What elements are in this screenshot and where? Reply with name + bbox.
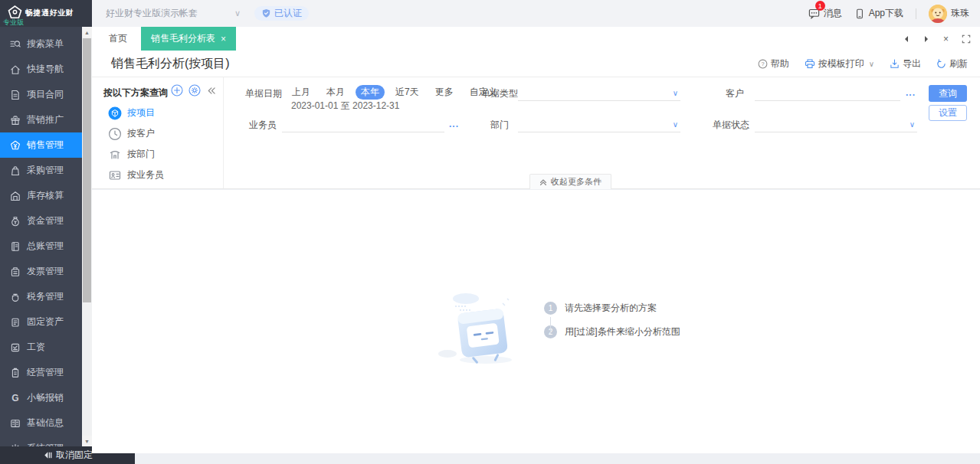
step-item: 2 用[过滤]条件来缩小分析范围 bbox=[544, 325, 680, 338]
doc-type-select[interactable]: ∨ bbox=[518, 85, 680, 101]
tab-sales-gross-profit[interactable]: 销售毛利分析表 × bbox=[141, 27, 236, 51]
export-label: 导出 bbox=[903, 57, 921, 70]
pill-last-7-days[interactable]: 近7天 bbox=[390, 85, 424, 100]
app-download-button[interactable]: App下载 bbox=[854, 7, 903, 20]
sidebar-item-purchase-management[interactable]: 采购管理 bbox=[0, 158, 82, 183]
department-select[interactable]: ∨ bbox=[518, 116, 680, 132]
cube-icon bbox=[108, 106, 122, 120]
scheme-item-label: 按业务员 bbox=[127, 168, 164, 181]
sidebar-item-quick-nav[interactable]: 快捷导航 bbox=[0, 57, 82, 82]
account-book-name: 好业财专业版演示帐套 bbox=[106, 7, 198, 20]
tab-scroll-right-icon[interactable] bbox=[917, 30, 935, 47]
sidebar-item-base-info[interactable]: 基础信息 bbox=[0, 410, 82, 436]
tab-scroll-left-icon[interactable] bbox=[897, 30, 915, 47]
scroll-up-icon[interactable]: ▲ bbox=[82, 27, 92, 38]
scheme-item-by-customer[interactable]: 按客户 bbox=[108, 123, 164, 144]
sidebar-item-label: 库存核算 bbox=[27, 189, 64, 202]
customer-more-ellipsis[interactable]: ... bbox=[906, 87, 916, 98]
sidebar-item-funds-management[interactable]: 资金管理 bbox=[0, 208, 82, 234]
scheme-item-by-salesman[interactable]: 按业务员 bbox=[108, 165, 164, 185]
doc-status-select[interactable]: ∨ bbox=[755, 116, 917, 132]
sidebar-item-sales-management[interactable]: 销售管理 bbox=[0, 132, 82, 158]
invoice-icon bbox=[10, 266, 21, 277]
scheme-panel-title: 按以下方案查询 bbox=[103, 87, 168, 100]
scheme-item-by-department[interactable]: 按部门 bbox=[108, 144, 164, 165]
doc-status-label: 单据状态 bbox=[713, 119, 749, 132]
sidebar-item-general-ledger[interactable]: 总账管理 bbox=[0, 234, 82, 259]
add-scheme-icon[interactable] bbox=[171, 84, 183, 96]
sidebar-item-fixed-assets[interactable]: 固定资产 bbox=[0, 309, 82, 335]
page-header: 销售毛利分析(按项目) ? 帮助 按模板打印 ∨ 导出 刷新 bbox=[92, 51, 980, 77]
customer-input[interactable] bbox=[755, 85, 900, 101]
salesman-more-ellipsis[interactable]: ... bbox=[449, 119, 459, 129]
phone-icon bbox=[854, 8, 865, 19]
print-by-template-button[interactable]: 按模板打印 ∨ bbox=[805, 57, 874, 70]
export-button[interactable]: 导出 bbox=[890, 57, 921, 70]
app-download-label: App下载 bbox=[869, 7, 903, 20]
sidebar-item-marketing[interactable]: 营销推广 bbox=[0, 107, 82, 132]
scheme-panel: 按以下方案查询 按项目 按客户 bbox=[92, 77, 224, 188]
tab-close-icon[interactable]: × bbox=[221, 34, 226, 44]
messages-button[interactable]: 消息 1 bbox=[808, 7, 842, 20]
contract-icon bbox=[10, 90, 21, 100]
refresh-button[interactable]: 刷新 bbox=[936, 57, 968, 70]
scroll-down-icon[interactable]: ▼ bbox=[82, 436, 92, 446]
query-button[interactable]: 查询 bbox=[929, 85, 967, 102]
scheme-item-by-project[interactable]: 按项目 bbox=[108, 103, 164, 123]
pill-this-month[interactable]: 本月 bbox=[321, 85, 350, 100]
sidebar-item-business-management[interactable]: 经营管理 bbox=[0, 360, 82, 385]
salesman-input[interactable] bbox=[282, 116, 444, 132]
collapse-panel-icon[interactable] bbox=[206, 86, 216, 96]
scheme-item-label: 按部门 bbox=[127, 148, 155, 161]
pill-last-month[interactable]: 上月 bbox=[287, 85, 316, 100]
avatar bbox=[929, 5, 947, 23]
topbar: 畅捷通好业财 专业版 好业财专业版演示帐套 ∨ 已认证 消息 1 bbox=[0, 0, 980, 27]
search-icon bbox=[10, 39, 21, 50]
tax-icon bbox=[10, 292, 21, 302]
verified-badge: 已认证 bbox=[254, 6, 309, 21]
sidebar-item-search-menu[interactable]: 搜索菜单 bbox=[0, 31, 82, 57]
filter-panel: 按以下方案查询 按项目 按客户 bbox=[92, 77, 980, 189]
sidebar-item-tax-management[interactable]: 税务管理 bbox=[0, 284, 82, 309]
account-book-selector[interactable]: 好业财专业版演示帐套 ∨ bbox=[106, 0, 241, 27]
chevron-down-icon: ∨ bbox=[234, 8, 241, 18]
chevron-down-icon[interactable]: ∨ bbox=[869, 60, 874, 68]
tab-bar: 首页 销售毛利分析表 × bbox=[92, 27, 980, 51]
scrollbar-thumb[interactable] bbox=[83, 38, 91, 302]
ledger-icon bbox=[10, 241, 21, 252]
tab-controls: × bbox=[897, 30, 975, 47]
sidebar: 搜索菜单 快捷导航 项目合同 营销推广 销售管理 采购管理 bbox=[0, 27, 92, 446]
sidebar-item-salary[interactable]: 工资 bbox=[0, 335, 82, 360]
unpin-icon bbox=[42, 450, 52, 460]
collapse-label: 收起更多条件 bbox=[551, 176, 601, 188]
sidebar-item-label: 销售管理 bbox=[27, 139, 64, 152]
id-card-icon bbox=[108, 168, 122, 182]
sidebar-item-expense-reimburse[interactable]: G 小畅报销 bbox=[0, 385, 82, 410]
sidebar-item-system-management[interactable]: 系统管理 bbox=[0, 436, 82, 446]
tab-home[interactable]: 首页 bbox=[102, 27, 134, 51]
brand-title: 畅捷通好业财 bbox=[25, 8, 74, 18]
sidebar-item-invoice-management[interactable]: 发票管理 bbox=[0, 259, 82, 284]
sidebar-item-project-contract[interactable]: 项目合同 bbox=[0, 82, 82, 107]
sidebar-item-label: 快捷导航 bbox=[27, 63, 64, 76]
settings-button[interactable]: 设置 bbox=[929, 105, 967, 121]
step-text: 请先选择要分析的方案 bbox=[565, 302, 657, 315]
scheme-settings-gear-icon[interactable] bbox=[188, 84, 201, 96]
sidebar-item-label: 采购管理 bbox=[27, 164, 64, 177]
sidebar-item-label: 搜索菜单 bbox=[27, 38, 64, 51]
svg-text:G: G bbox=[11, 393, 18, 404]
sidebar-item-inventory-accounting[interactable]: 库存核算 bbox=[0, 183, 82, 208]
salary-icon bbox=[10, 342, 21, 353]
pill-more[interactable]: 更多 bbox=[430, 85, 459, 100]
sidebar-scrollbar[interactable]: ▲ ▼ bbox=[82, 27, 92, 446]
user-menu[interactable]: 珠珠 bbox=[929, 5, 969, 23]
collapse-more-filters-button[interactable]: 收起更多条件 bbox=[529, 174, 611, 189]
pill-this-year[interactable]: 本年 bbox=[356, 85, 385, 100]
messages-count-badge: 1 bbox=[815, 1, 825, 11]
tab-close-all-icon[interactable]: × bbox=[937, 30, 955, 47]
scheme-item-label: 按项目 bbox=[127, 106, 155, 119]
fullscreen-icon[interactable] bbox=[957, 30, 975, 47]
empty-state-illustration bbox=[437, 289, 529, 366]
sidebar-item-label: 基础信息 bbox=[27, 417, 64, 430]
help-button[interactable]: ? 帮助 bbox=[758, 57, 789, 70]
